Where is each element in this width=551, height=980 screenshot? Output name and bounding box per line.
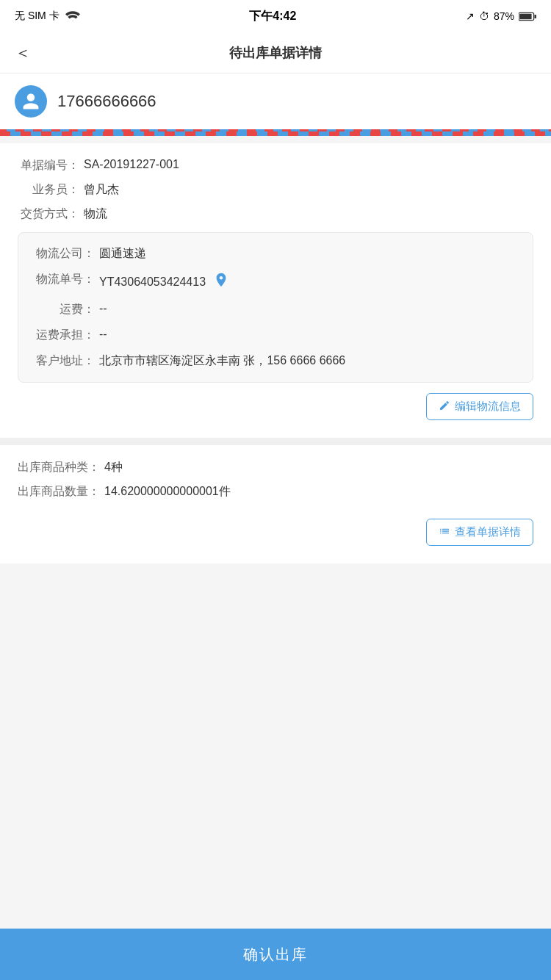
salesman-value: 曾凡杰 [84,182,533,198]
edit-logistics-container: 编辑物流信息 [18,383,533,423]
edit-pencil-icon [439,400,450,414]
clock-status-icon: ⏱ [479,10,489,22]
product-type-label: 出库商品种类： [18,460,104,475]
pencil-icon [439,400,450,411]
logistics-address-label: 客户地址： [33,353,99,369]
order-number-label: 单据编号： [18,158,84,173]
nav-bar: ＜ 待出库单据详情 [0,32,551,73]
page-title: 待出库单据详情 [229,44,322,62]
edit-logistics-label: 编辑物流信息 [455,400,521,414]
user-icon [21,92,40,111]
logistics-company-value: 圆通速递 [99,246,518,262]
edit-logistics-button[interactable]: 编辑物流信息 [426,393,533,420]
wifi-icon [65,11,80,21]
svg-rect-1 [534,14,536,18]
delivery-value: 物流 [84,206,533,222]
logistics-address-value: 北京市市辖区海淀区永丰南 张，156 6666 6666 [99,353,518,369]
logistics-company-row: 物流公司： 圆通速递 [33,246,518,262]
list-icon [439,525,450,537]
salesman-row: 业务员： 曾凡杰 [18,182,533,198]
status-left: 无 SIM 卡 [15,10,80,23]
battery-text: 87% [494,10,514,22]
logistics-freight-value: -- [99,302,518,315]
back-button[interactable]: ＜ [15,42,44,64]
status-bar: 无 SIM 卡 下午4:42 ↗ ⏱ 87% [0,0,551,32]
logistics-company-label: 物流公司： [33,246,99,262]
customer-header: 17666666666 [0,73,551,131]
status-right: ↗ ⏱ 87% [466,10,536,22]
view-detail-label: 查看单据详情 [455,525,521,539]
logistics-freight-bearer-value: -- [99,328,518,341]
detail-list-icon [439,525,450,539]
view-detail-container: 查看单据详情 [18,508,533,549]
battery-icon [519,12,536,21]
product-type-row: 出库商品种类： 4种 [18,460,533,475]
logistics-card: 物流公司： 圆通速递 物流单号： YT43064053424413 运费： --… [18,232,533,383]
salesman-label: 业务员： [18,182,84,198]
logistics-tracking-value: YT43064053424413 [99,272,518,292]
logistics-freight-bearer-label: 运费承担： [33,328,99,343]
delivery-row: 交货方式： 物流 [18,206,533,222]
location-status-icon: ↗ [466,10,475,22]
order-number-value: SA-20191227-001 [84,158,533,171]
section-divider [0,438,551,445]
product-count-label: 出库商品数量： [18,484,104,500]
carrier-label: 无 SIM 卡 [15,10,60,23]
product-count-row: 出库商品数量： 14.620000000000001件 [18,484,533,500]
status-time: 下午4:42 [249,9,296,24]
avatar [15,85,47,118]
order-info-section: 单据编号： SA-20191227-001 业务员： 曾凡杰 交货方式： 物流 … [0,143,551,438]
stripe-divider [0,131,551,136]
customer-phone: 17666666666 [57,92,156,111]
logistics-tracking-label: 物流单号： [33,272,99,287]
confirm-button-label: 确认出库 [243,945,308,965]
logistics-address-row: 客户地址： 北京市市辖区海淀区永丰南 张，156 6666 6666 [33,353,518,369]
logistics-tracking-row: 物流单号： YT43064053424413 [33,272,518,292]
order-number-row: 单据编号： SA-20191227-001 [18,158,533,173]
products-section: 出库商品种类： 4种 出库商品数量： 14.620000000000001件 查… [0,445,551,563]
tracking-location-button[interactable] [213,272,229,292]
page-spacer [0,563,551,666]
delivery-label: 交货方式： [18,206,84,222]
logistics-freight-label: 运费： [33,302,99,317]
logistics-freight-row: 运费： -- [33,302,518,317]
product-count-value: 14.620000000000001件 [104,484,533,500]
confirm-bar[interactable]: 确认出库 [0,929,551,980]
logistics-freight-bearer-row: 运费承担： -- [33,328,518,343]
svg-rect-2 [519,13,531,19]
view-detail-button[interactable]: 查看单据详情 [426,519,533,546]
product-type-value: 4种 [104,460,533,475]
map-pin-icon [213,272,229,288]
